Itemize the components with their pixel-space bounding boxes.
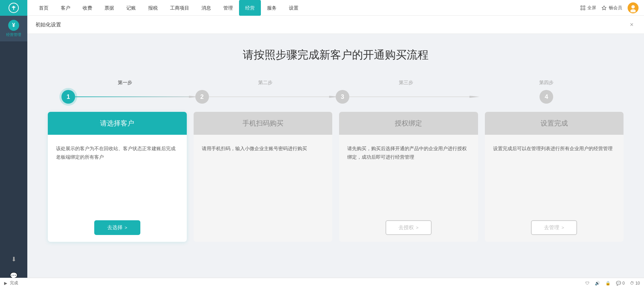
go-authorize-button[interactable]: 去授权 > [386,220,432,235]
svg-marker-11 [212,96,339,98]
page-header: 初始化设置 × [27,16,644,34]
nav-accounting[interactable]: 记账 [120,0,142,16]
nav-right: 全屏 畅会员 [580,2,639,13]
step-line-2 [209,96,336,97]
step-card-1: 请选择客户 该处展示的客户为不在回收站、客户状态正常建账后完成老板端绑定的所有客… [48,112,187,242]
nav-billing[interactable]: 收费 [76,0,98,16]
sidebar: ¥ 经营管理 ⬇ 💬 [0,0,27,288]
status-label: 完成 [10,280,18,286]
step-2-label: 第二步 [258,80,272,86]
volume-icon[interactable]: 🔊 [595,281,600,286]
nav-commerce[interactable]: 工商项目 [164,0,195,16]
top-navigation: 首页 客户 收费 票据 记账 报税 工商项目 消息 管理 经营 服务 设置 全屏… [27,0,644,16]
card-2-footer [194,228,333,242]
sidebar-item-management[interactable]: ¥ 经营管理 [0,16,27,41]
card-1-body: 该处展示的客户为不在回收站、客户状态正常建账后完成老板端绑定的所有客户 [48,135,187,213]
go-manage-arrow: > [561,225,564,230]
status-bar: ▶ 完成 🛡 🔊 🔒 💬 0 ⏱ 10 [0,278,644,288]
step-4-label: 第四步 [539,80,554,86]
step-indicator-3: 第三步 3 [336,80,476,104]
svg-rect-4 [581,9,582,10]
go-manage-button[interactable]: 去管理 > [531,220,577,235]
card-2-body: 请用手机扫码，输入小微企业主账号密码进行购买 [194,135,333,228]
step-card-2: 手机扫码购买 请用手机扫码，输入小微企业主账号密码进行购买 [194,112,333,242]
go-select-arrow: > [125,225,127,230]
step-3-circle: 3 [336,90,349,104]
svg-point-8 [630,9,636,12]
nav-admin[interactable]: 管理 [217,0,239,16]
page-title: 初始化设置 [36,22,61,28]
svg-rect-5 [584,9,585,10]
step-card-4: 设置完成 设置完成后可以在管理列表进行所有企业用户的经营管理 去管理 > [485,112,624,242]
svg-point-7 [631,5,635,9]
step-1-circle: 1 [61,90,75,104]
svg-marker-10 [79,96,199,98]
card-3-body: 请先购买，购买后选择开通的产品中的企业用户进行授权绑定，成功后即可进行经营管理 [339,135,478,213]
step-indicator-4: 第四步 4 [476,80,617,104]
main-title: 请按照步骤完成新客户的开通购买流程 [48,48,624,63]
step-4-circle: 4 [540,90,553,104]
nav-operations[interactable]: 经营 [239,0,261,16]
fullscreen-button[interactable]: 全屏 [580,5,597,11]
user-avatar[interactable] [628,2,639,13]
nav-tickets[interactable]: 票据 [98,0,120,16]
step-line-3 [349,96,476,97]
step-1-label: 第一步 [118,80,132,86]
card-3-footer: 去授权 > [339,213,478,242]
management-icon: ¥ [8,20,19,31]
card-4-header: 设置完成 [485,112,624,135]
svg-rect-2 [581,6,582,7]
status-bar-right: 🛡 🔊 🔒 💬 0 ⏱ 10 [585,281,640,286]
card-2-header: 手机扫码购买 [194,112,333,135]
step-indicator-1: 第一步 1 [55,80,195,104]
step-3-label: 第三步 [399,80,413,86]
card-1-footer: 去选择 > [48,213,187,242]
timer-icon: ⏱ 10 [630,281,640,286]
card-4-body: 设置完成后可以在管理列表进行所有企业用户的经营管理 [485,135,624,213]
card-4-footer: 去管理 > [485,213,624,242]
nav-settings[interactable]: 设置 [283,0,305,16]
card-1-header: 请选择客户 [48,112,187,135]
lock-icon: 🔒 [605,281,611,286]
svg-rect-3 [584,6,585,7]
step-card-3: 授权绑定 请先购买，购买后选择开通的产品中的企业用户进行授权绑定，成功后即可进行… [339,112,478,242]
close-button[interactable]: × [628,21,636,29]
nav-service[interactable]: 服务 [261,0,283,16]
go-authorize-arrow: > [416,225,419,230]
sidebar-logo[interactable] [0,0,27,16]
message-count: 💬 0 [616,281,625,286]
step-indicator-2: 第二步 2 [195,80,336,104]
nav-messages[interactable]: 消息 [195,0,217,16]
main-content: 初始化设置 × 请按照步骤完成新客户的开通购买流程 第一步 1 [27,16,644,288]
card-3-header: 授权绑定 [339,112,478,135]
step-2-circle: 2 [195,90,209,104]
steps-indicator: 第一步 1 第二步 2 [48,80,624,104]
step-cards: 请选择客户 该处展示的客户为不在回收站、客户状态正常建账后完成老板端绑定的所有客… [48,112,624,242]
step-line-1 [75,96,195,97]
go-select-button[interactable]: 去选择 > [94,220,140,235]
svg-marker-12 [353,96,480,98]
svg-marker-6 [602,6,606,10]
member-button[interactable]: 畅会员 [602,5,622,11]
content-area: 请按照步骤完成新客户的开通购买流程 第一步 1 [27,34,644,256]
download-icon[interactable]: ⬇ [0,252,27,266]
nav-customers[interactable]: 客户 [55,0,76,16]
nav-tax[interactable]: 报税 [142,0,164,16]
nav-home[interactable]: 首页 [33,0,55,16]
play-button[interactable]: ▶ [4,281,7,286]
sidebar-item-label: 经营管理 [6,32,21,37]
shield-icon: 🛡 [585,281,589,286]
